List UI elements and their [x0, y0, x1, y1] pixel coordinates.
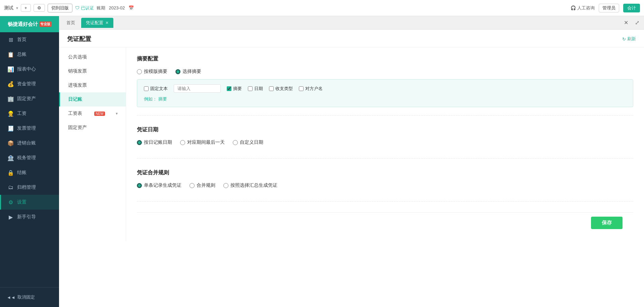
radio-journal-date[interactable]: 按日记账日期 [137, 139, 172, 145]
sidebar-item-reports[interactable]: 📊 报表中心 [0, 62, 59, 77]
radio-select-summary-input[interactable] [223, 183, 228, 188]
left-nav: 公共选项 销项发票 进项发票 日记账 工资表 NEW [59, 47, 126, 241]
counterparty-checkbox[interactable] [299, 86, 304, 91]
radio-select-summary[interactable]: 按照选择汇总生成凭证 [223, 182, 277, 188]
home-icon: ⊞ [8, 37, 14, 43]
income-type-label: 收支类型 [275, 86, 293, 92]
page-content: 凭证配置 ↻ 刷新 公共选项 销项发票 进项发票 [59, 30, 644, 307]
sidebar-item-archive[interactable]: 🗂 归档管理 [0, 180, 59, 195]
accountant-button[interactable]: 会计 [623, 4, 640, 12]
save-bar: 保存 [137, 212, 633, 233]
example-label: 例如： [144, 96, 157, 101]
tab-bar: 首页 凭证配置 ✕ ✕ ⤢ [59, 16, 644, 30]
fixed-text-checkbox[interactable] [144, 86, 149, 91]
sidebar-item-tax[interactable]: 🏦 税务管理 [0, 150, 59, 165]
company-dropdown-icon[interactable]: ▾ [16, 6, 18, 10]
radio-merge-rule[interactable]: 合并规则 [190, 182, 215, 188]
radio-select-summary-label: 按照选择汇总生成凭证 [230, 182, 277, 188]
tab-close-all-button[interactable]: ✕ [622, 19, 630, 27]
nav-item-public[interactable]: 公共选项 [59, 50, 126, 64]
cancel-fixed-button[interactable]: ◄◄ 取消固定 [0, 291, 59, 304]
content-area: 首页 凭证配置 ✕ ✕ ⤢ 凭证配置 ↻ 刷新 [59, 16, 644, 307]
tab-home[interactable]: 首页 [62, 18, 80, 28]
sidebar-item-payroll[interactable]: 👷 工资 [0, 106, 59, 121]
nav-item-payroll-table[interactable]: 工资表 NEW ▾ [59, 106, 126, 121]
ledger-icon: 📋 [8, 51, 14, 57]
radio-period-last[interactable]: 对应期间最后一天 [180, 139, 225, 145]
radio-single-label: 单条记录生成凭证 [144, 182, 181, 188]
sidebar-item-guide[interactable]: ▶ 新手引导 [0, 210, 59, 224]
period-value: 2023-02 [109, 5, 125, 10]
sidebar-item-ledger[interactable]: 📋 总账 [0, 47, 59, 62]
invoices-icon: 🧾 [8, 125, 14, 131]
radio-select-input[interactable] [175, 69, 180, 74]
date-checkbox[interactable] [248, 86, 253, 91]
top-bar: 测试 ▾ + ⚙ 切到旧版 🛡 已认证 账期 2023-02 📅 🎧 人工咨询 … [0, 0, 644, 16]
date-label: 日期 [254, 86, 263, 92]
sidebar-item-home[interactable]: ⊞ 首页 [0, 32, 59, 47]
radio-period-last-input[interactable] [180, 140, 185, 145]
nav-item-sales-invoice[interactable]: 销项发票 [59, 64, 126, 78]
abstract-checkbox[interactable] [227, 86, 231, 91]
fixed-text-label: 固定文本 [150, 86, 168, 92]
add-button[interactable]: + [21, 4, 31, 12]
radio-template-summary[interactable]: 按模版摘要 [137, 69, 167, 75]
radio-single[interactable]: 单条记录生成凭证 [137, 182, 181, 188]
page-body: 公共选项 销项发票 进项发票 日记账 工资表 NEW [59, 47, 644, 241]
radio-merge-rule-input[interactable] [190, 183, 195, 188]
sidebar-item-close[interactable]: 🔒 结账 [0, 165, 59, 180]
headset-icon: 🎧 [571, 5, 576, 10]
fixed-text-input[interactable] [174, 84, 221, 93]
nav-item-journal[interactable]: 日记账 [59, 92, 126, 106]
calendar-icon[interactable]: 📅 [128, 5, 134, 10]
right-panel: 摘要配置 按模版摘要 选择摘要 [126, 47, 644, 241]
refresh-button[interactable]: ↻ 刷新 [622, 36, 636, 42]
save-button[interactable]: 保存 [591, 217, 623, 229]
sidebar-item-inventory[interactable]: 📦 进销台账 [0, 136, 59, 150]
radio-journal-date-label: 按日记账日期 [144, 139, 172, 145]
page-header: 凭证配置 ↻ 刷新 [59, 30, 644, 47]
sidebar-item-assets[interactable]: 🏢 固定资产 [0, 91, 59, 106]
nav-label-journal: 日记账 [68, 96, 82, 102]
shield-icon: 🛡 [75, 5, 79, 10]
radio-select-summary[interactable]: 选择摘要 [175, 69, 201, 75]
radio-custom-date-input[interactable] [233, 140, 238, 145]
section-merge: 凭证合并规则 单条记录生成凭证 合并规则 [137, 169, 633, 202]
manager-button[interactable]: 管理员 [599, 4, 619, 12]
section-title-merge: 凭证合并规则 [137, 169, 633, 176]
section-date: 凭证日期 按日记账日期 对应期间最后一天 [137, 126, 633, 159]
income-type-checkbox[interactable] [269, 86, 274, 91]
tab-close-icon[interactable]: ✕ [105, 20, 109, 25]
sidebar-label-archive: 归档管理 [17, 184, 36, 190]
consult-button[interactable]: 🎧 人工咨询 [571, 5, 595, 11]
funds-icon: 💰 [8, 81, 14, 87]
checkbox-abstract[interactable]: 摘要 [227, 86, 242, 92]
radio-journal-date-input[interactable] [137, 140, 142, 145]
nav-item-fixed-assets[interactable]: 固定资产 [59, 121, 126, 135]
merge-radio-group: 单条记录生成凭证 合并规则 按照选择汇总生成凭证 [137, 182, 633, 188]
checkbox-fixed-text[interactable]: 固定文本 [144, 86, 168, 92]
tab-home-label: 首页 [66, 20, 75, 26]
tab-voucher-config[interactable]: 凭证配置 ✕ [81, 18, 113, 28]
date-radio-group: 按日记账日期 对应期间最后一天 自定义日期 [137, 139, 633, 145]
sidebar-item-settings[interactable]: ⚙ 设置 [0, 195, 59, 210]
sidebar-item-invoices[interactable]: 🧾 发票管理 [0, 121, 59, 136]
tax-icon: 🏦 [8, 155, 14, 161]
radio-select-label: 选择摘要 [182, 69, 201, 75]
radio-template-input[interactable] [137, 69, 142, 74]
nav-item-purchase-invoice[interactable]: 进项发票 [59, 78, 126, 92]
settings-button[interactable]: ⚙ [34, 4, 45, 12]
summary-radio-group: 按模版摘要 选择摘要 [137, 69, 633, 75]
switch-version-button[interactable]: 切到旧版 [48, 4, 72, 12]
checkbox-date[interactable]: 日期 [248, 86, 263, 92]
tab-expand-button[interactable]: ⤢ [633, 19, 641, 27]
radio-single-input[interactable] [137, 183, 142, 188]
sidebar-item-funds[interactable]: 💰 资金管理 [0, 77, 59, 91]
refresh-label: 刷新 [627, 36, 636, 42]
checkbox-income-type[interactable]: 收支类型 [269, 86, 293, 92]
refresh-icon: ↻ [622, 37, 626, 42]
sidebar-label-settings: 设置 [17, 199, 26, 205]
checkbox-counterparty[interactable]: 对方户名 [299, 86, 323, 92]
radio-custom-date[interactable]: 自定义日期 [233, 139, 263, 145]
example-text: 例如： 摘要 [144, 96, 626, 102]
